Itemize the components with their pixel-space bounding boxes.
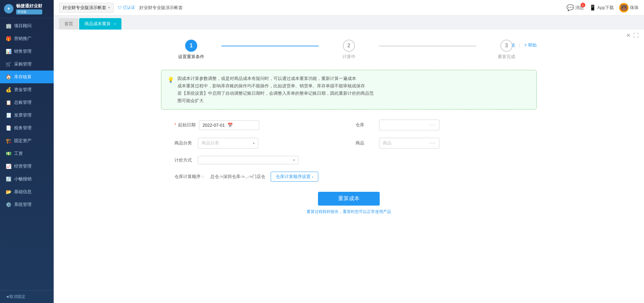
sidebar-footer-label: ◄取消固定	[5, 294, 25, 300]
topbar: 好业财专业版演示帐套 ▾ 🛡 已认证 好业财专业版演示帐套 💬 消息 1 📱 A…	[54, 0, 644, 15]
sidebar-item-purchase[interactable]: 🛒 采购管理	[0, 58, 54, 71]
project-icon: 🏢	[5, 23, 11, 29]
sidebar-label-finance: 资金管理	[14, 87, 32, 93]
sales-icon: 📊	[5, 48, 11, 54]
tab-home[interactable]: 首页	[59, 18, 78, 30]
sidebar-label-assets: 固定资产	[14, 138, 32, 144]
warehouse-order-row: 仓库计算顺序： 总仓->深圳仓库->...->门店仓 仓库计算顺序设置 ›	[174, 172, 523, 182]
sidebar-label-payroll: 工资	[14, 150, 23, 157]
user-name: 珠珠	[630, 5, 639, 11]
start-date-label: * 起始日期	[174, 122, 196, 128]
account-selector[interactable]: 好业财专业版演示帐套 ▾	[59, 3, 114, 13]
recalc-section: 重算成本 重算过程耗时较长，重算时您可以正常使用产品	[174, 192, 523, 215]
operations-icon: 📈	[5, 163, 11, 169]
category-field: 商品分类 商品分类 ▾	[174, 138, 342, 148]
user-profile[interactable]: 🐻 珠珠	[619, 3, 639, 12]
step-2-label: 计算中	[342, 54, 356, 60]
sidebar-item-expense[interactable]: 🔄 小畅报销	[0, 173, 54, 185]
marketing-icon: 🎁	[5, 36, 11, 42]
step-1-circle: 1	[185, 40, 197, 52]
expand-button[interactable]: ⛶	[633, 33, 639, 39]
info-box: 💡 因成本计算参数调整，或是对商品成本有疑问时，可以通过成本重算功能，重新计算一…	[161, 70, 537, 110]
goods-field: 商品 商品 ···	[356, 138, 523, 148]
step-3-circle: 3	[500, 40, 513, 52]
goods-input[interactable]: 商品 ···	[379, 138, 439, 148]
sidebar-item-system[interactable]: ⚙️ 系统管理	[0, 198, 54, 211]
topbar-right: 💬 消息 1 📱 App下载 🐻 珠珠	[567, 3, 639, 12]
info-content: 因成本计算参数调整，或是对商品成本有疑问时，可以通过成本重算功能，重新计算一遍成…	[177, 75, 374, 104]
recalculate-button[interactable]: 重算成本	[318, 192, 380, 206]
step-3-label: 重算完成	[498, 54, 515, 60]
app-logo	[4, 4, 13, 13]
warehouse-order-settings-button[interactable]: 仓库计算顺序设置 ›	[271, 172, 318, 182]
tabbar: 首页 商品成本重算 ×	[54, 15, 644, 30]
step-line-2	[379, 46, 476, 46]
tab-home-label: 首页	[64, 21, 73, 26]
warehouse-label: 仓库	[356, 122, 376, 128]
sidebar-label-sales: 销售管理	[14, 48, 32, 54]
start-date-input[interactable]: 2022-07-01 📅	[199, 120, 259, 130]
sidebar-nav: 🏢 项目顾问 🎁 营销推广 📊 销售管理 🛒 采购管理 🏠 库存核算 💰 资金管…	[0, 18, 54, 290]
sidebar-label-system: 系统管理	[14, 202, 32, 208]
sidebar-label-purchase: 采购管理	[14, 61, 32, 67]
sidebar-item-project[interactable]: 🏢 项目顾问	[0, 19, 54, 32]
recalc-hint: 重算过程耗时较长，重算时您可以正常使用产品	[174, 209, 523, 215]
sidebar-item-operations[interactable]: 📈 经营管理	[0, 160, 54, 173]
tax-icon: 📑	[5, 125, 11, 131]
sidebar-item-finance[interactable]: 💰 资金管理	[0, 83, 54, 96]
purchase-icon: 🛒	[5, 61, 11, 67]
sidebar-item-basic[interactable]: 📂 基础信息	[0, 185, 54, 198]
payroll-icon: 💵	[5, 150, 11, 157]
sidebar-label-tax: 税务管理	[14, 125, 32, 131]
shield-icon: 🛡	[118, 5, 122, 10]
message-button[interactable]: 💬 消息 1	[567, 4, 584, 11]
info-line-3: 若【系统设置】中启用了自动调整记账日期时，会调整入库单的整单记账日期，因此重新计…	[177, 90, 374, 97]
sidebar-unpin-button[interactable]: ◄取消固定	[0, 290, 54, 303]
sidebar-item-inventory[interactable]: 🏠 库存核算	[0, 71, 54, 83]
warehouse-input[interactable]: ···	[379, 120, 439, 130]
info-line-1: 因成本计算参数调整，或是对商品成本有疑问时，可以通过成本重算功能，重新计算一遍成…	[177, 75, 374, 82]
sidebar-item-invoice[interactable]: 🧾 发票管理	[0, 109, 54, 122]
tab-close-icon[interactable]: ×	[114, 22, 116, 26]
warehouse-field: 仓库 ···	[356, 120, 523, 130]
sidebar-item-tax[interactable]: 📑 税务管理	[0, 122, 54, 134]
warehouse-order-value: 总仓->深圳仓库->...->门店仓	[210, 174, 265, 180]
sidebar-item-payroll[interactable]: 💵 工资	[0, 147, 54, 160]
sidebar-label-marketing: 营销推广	[14, 36, 32, 42]
message-icon: 💬	[567, 4, 574, 11]
pricing-select[interactable]: ▾	[198, 156, 299, 164]
goods-dots-icon[interactable]: ···	[429, 140, 436, 146]
category-select[interactable]: 商品分类 ▾	[198, 138, 258, 148]
sidebar-item-assets[interactable]: 🏗️ 固定资产	[0, 134, 54, 147]
warehouse-dots-icon[interactable]: ···	[429, 122, 436, 128]
sidebar-item-sales[interactable]: 📊 销售管理	[0, 45, 54, 58]
category-label: 商品分类	[174, 140, 195, 146]
category-chevron-icon: ▾	[253, 141, 255, 145]
step-2: 2 计算中	[319, 40, 379, 60]
pricing-field: 计价方式 ▾	[174, 156, 342, 164]
help-button[interactable]: ? 帮助	[524, 42, 537, 48]
sidebar-item-marketing[interactable]: 🎁 营销推广	[0, 32, 54, 45]
phone-icon: 📱	[589, 4, 596, 11]
close-button[interactable]: ✕	[626, 32, 631, 39]
finance-icon: 💰	[5, 87, 11, 93]
required-mark: *	[174, 122, 176, 127]
tab-recalc-label: 商品成本重算	[85, 21, 111, 26]
step-1-number: 1	[190, 43, 193, 49]
calendar-icon[interactable]: 📅	[227, 123, 233, 128]
step-2-number: 2	[347, 43, 351, 49]
tab-recalc[interactable]: 商品成本重算 ×	[79, 18, 121, 30]
app-download-button[interactable]: 📱 App下载	[589, 4, 614, 11]
app-download-label: App下载	[597, 5, 614, 11]
app-edition: 专业版	[16, 9, 42, 14]
sidebar-item-accounting[interactable]: 📋 总账管理	[0, 96, 54, 109]
expense-icon: 🔄	[5, 176, 11, 182]
info-line-4: 围可能会扩大	[177, 97, 374, 104]
category-placeholder: 商品分类	[202, 140, 219, 146]
basic-icon: 📂	[5, 189, 11, 195]
form-section: * 起始日期 2022-07-01 📅 仓库 ···	[161, 120, 537, 215]
start-date-field: * 起始日期 2022-07-01 📅	[174, 120, 342, 130]
account-name: 好业财专业版演示帐套	[63, 5, 106, 11]
step-3-number: 3	[505, 43, 508, 49]
goods-placeholder: 商品	[383, 140, 391, 146]
